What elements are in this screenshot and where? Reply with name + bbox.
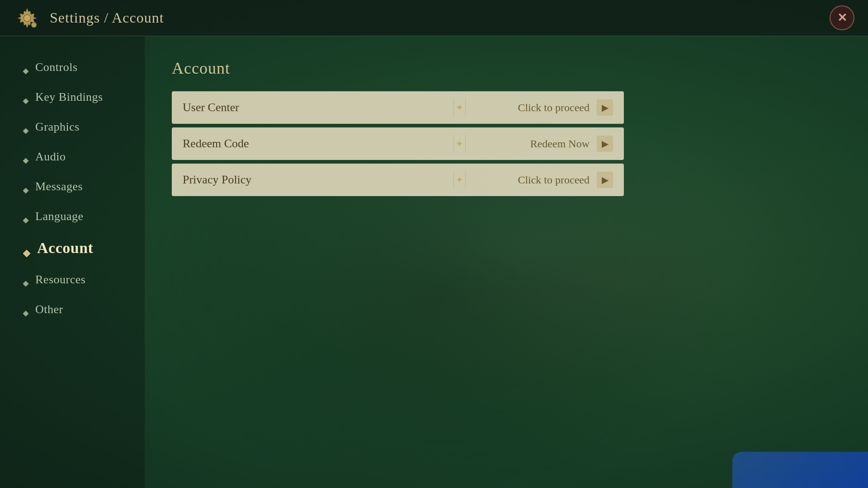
svg-marker-7 — [23, 188, 28, 193]
diamond-icon — [23, 154, 29, 160]
setting-row-redeem-code[interactable]: Redeem Code✦Redeem Now▶ — [172, 127, 624, 160]
sidebar-item-label: Messages — [35, 180, 83, 193]
diamond-icon — [23, 277, 29, 283]
star-icon: ✦ — [456, 174, 463, 185]
sidebar-item-label: Controls — [35, 61, 78, 74]
sidebar-item-label: Graphics — [35, 120, 80, 134]
body: ControlsKey BindingsGraphicsAudioMessage… — [0, 36, 868, 488]
svg-marker-4 — [23, 99, 28, 104]
content-title: Account — [172, 59, 832, 78]
sidebar-item-key-bindings[interactable]: Key Bindings — [23, 84, 145, 110]
sidebar-item-audio[interactable]: Audio — [23, 144, 145, 170]
star-icon: ✦ — [456, 138, 463, 149]
sidebar-item-label: Account — [37, 239, 93, 257]
svg-marker-3 — [23, 69, 28, 74]
setting-action: Redeem Now▶ — [477, 136, 613, 152]
setting-label: User Center — [183, 101, 477, 114]
page-title: Settings / Account — [50, 9, 164, 26]
header: Settings / Account ✕ — [0, 0, 868, 36]
sidebar-item-label: Audio — [35, 150, 66, 164]
sidebar-item-label: Key Bindings — [35, 90, 103, 104]
svg-marker-8 — [23, 218, 28, 223]
settings-panel: Settings / Account ✕ ControlsKey Binding… — [0, 0, 868, 488]
svg-marker-10 — [23, 281, 28, 286]
sidebar-item-controls[interactable]: Controls — [23, 54, 145, 80]
sidebar-item-language[interactable]: Language — [23, 203, 145, 230]
setting-row-privacy-policy[interactable]: Privacy Policy✦Click to proceed▶ — [172, 164, 624, 196]
diamond-icon — [23, 244, 31, 252]
svg-marker-11 — [23, 311, 28, 316]
setting-action: Click to proceed▶ — [477, 172, 613, 188]
sidebar-item-account[interactable]: Account — [23, 233, 145, 263]
action-label: Click to proceed — [518, 102, 590, 114]
diamond-icon — [23, 94, 29, 100]
setting-label: Redeem Code — [183, 137, 477, 150]
sidebar-item-label: Other — [35, 303, 63, 316]
setting-label: Privacy Policy — [183, 173, 477, 187]
gear-icon — [14, 5, 41, 32]
main-content: Account User Center✦Click to proceed▶Red… — [145, 36, 868, 488]
close-icon: ✕ — [837, 11, 847, 25]
diamond-icon — [23, 124, 29, 130]
settings-list: User Center✦Click to proceed▶Redeem Code… — [172, 91, 624, 196]
svg-marker-6 — [23, 158, 28, 164]
arrow-button[interactable]: ▶ — [597, 136, 613, 152]
close-button[interactable]: ✕ — [830, 5, 854, 30]
sidebar-item-resources[interactable]: Resources — [23, 267, 145, 293]
row-divider: ✦ — [453, 135, 466, 153]
arrow-button[interactable]: ▶ — [597, 99, 613, 116]
diamond-icon — [23, 64, 29, 70]
setting-row-user-center[interactable]: User Center✦Click to proceed▶ — [172, 91, 624, 124]
diamond-icon — [23, 306, 29, 313]
star-icon: ✦ — [456, 102, 463, 113]
bottom-decoration — [732, 452, 868, 488]
row-divider: ✦ — [453, 171, 466, 189]
sidebar: ControlsKey BindingsGraphicsAudioMessage… — [0, 36, 145, 488]
sidebar-item-label: Resources — [35, 273, 85, 286]
action-label: Click to proceed — [518, 174, 590, 186]
setting-action: Click to proceed▶ — [477, 99, 613, 116]
sidebar-item-other[interactable]: Other — [23, 296, 145, 323]
diamond-icon — [23, 213, 29, 220]
action-label: Redeem Now — [530, 138, 590, 150]
sidebar-item-messages[interactable]: Messages — [23, 174, 145, 200]
sidebar-item-label: Language — [35, 210, 84, 223]
svg-marker-5 — [23, 128, 28, 134]
svg-marker-9 — [23, 250, 30, 257]
diamond-icon — [23, 183, 29, 190]
sidebar-item-graphics[interactable]: Graphics — [23, 114, 145, 140]
row-divider: ✦ — [453, 99, 466, 117]
arrow-button[interactable]: ▶ — [597, 172, 613, 188]
